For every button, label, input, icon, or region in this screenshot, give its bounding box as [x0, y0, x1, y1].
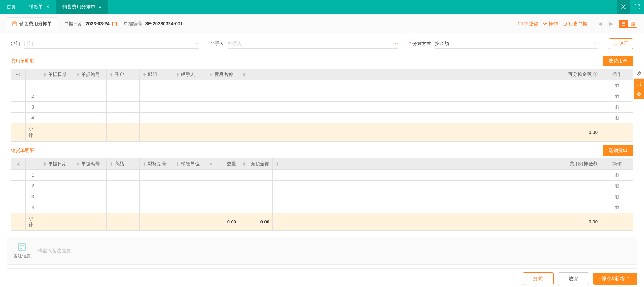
tab-sales-order[interactable]: 销货单 ✕ [22, 0, 56, 14]
config-header[interactable] [11, 158, 26, 170]
history-button[interactable]: 历史单据 [562, 21, 587, 27]
col-customer[interactable]: ▲▼客户 [107, 69, 140, 80]
close-icon[interactable]: ✕ [98, 4, 102, 9]
form-title: 销售费用分摊单 [19, 21, 52, 27]
col-notax[interactable]: ▲▼无税金额 [239, 158, 273, 170]
tab-home-label: 首页 [7, 4, 16, 10]
discard-button[interactable]: 放弃 [558, 272, 589, 285]
table-row[interactable]: 4🗑 [11, 113, 633, 123]
settings-button[interactable]: 设置 [609, 38, 633, 49]
col-allocatable[interactable]: ▲▼可分摊金额ⓘ [239, 69, 601, 80]
delete-icon[interactable]: 🗑 [615, 172, 619, 178]
delete-icon[interactable]: 🗑 [615, 104, 619, 110]
delete-icon[interactable]: 🗑 [615, 94, 619, 99]
svg-rect-5 [631, 22, 632, 23]
method-label: *分摊方式 [409, 40, 431, 47]
col-product[interactable]: ▲▼商品 [107, 158, 140, 170]
col-feename[interactable]: ▲▼费用名称 [206, 69, 239, 80]
sort-icon: ▲▼ [209, 162, 213, 166]
sort-icon: ▲▼ [242, 162, 246, 166]
subtotal-label: 小计 [26, 213, 40, 231]
gear-icon [16, 72, 21, 77]
fullscreen-button[interactable] [630, 0, 644, 14]
pick-sales-button[interactable]: 选销货单 [603, 145, 633, 156]
section-header: 销货单明细 选销货单 [11, 145, 633, 156]
table-row[interactable]: 3🗑 [11, 191, 633, 202]
sales-detail-section: 销货单明细 选销货单 ▲▼单据日期 ▲▼单据编号 ▲▼商品 ▲▼规格型号 ▲▼销… [0, 144, 644, 233]
expand-button[interactable] [634, 79, 644, 89]
sort-icon: ▲▼ [143, 73, 146, 76]
expand-icon [636, 81, 641, 86]
col-docno[interactable]: ▲▼单据编号 [73, 69, 107, 80]
handler-placeholder: 经手人 [228, 40, 242, 47]
document-icon [12, 21, 17, 26]
table-row[interactable]: 1🗑 [11, 170, 633, 181]
operations-button[interactable]: 操作 [543, 21, 558, 27]
col-handler[interactable]: ▲▼经手人 [173, 69, 206, 80]
tab-home[interactable]: 首页 [0, 0, 22, 14]
delete-icon[interactable]: 🗑 [615, 205, 619, 210]
col-unit[interactable]: ▲▼销售单位 [173, 158, 206, 170]
gear-icon [16, 162, 21, 166]
method-filter: *分摊方式 按金额 ﹀ [409, 39, 598, 49]
allocate-button[interactable]: 分摊 [523, 272, 554, 285]
table-row[interactable]: 1🗑 [11, 80, 633, 91]
col-dept[interactable]: ▲▼部门 [140, 69, 173, 80]
prev-button[interactable]: ◀ [597, 21, 604, 26]
table-row[interactable]: 2🗑 [11, 91, 633, 102]
shortcut-button[interactable]: 快捷键 [518, 21, 538, 27]
handler-select[interactable]: 经手人 ··· [228, 39, 399, 49]
date-value[interactable]: 2023-03-24 [86, 21, 110, 26]
col-alloc[interactable]: ▲▼费用分摊金额 [273, 158, 601, 170]
subtotal-qty: 0.00 [206, 213, 239, 231]
section-title: 费用单明细 [11, 58, 34, 64]
col-qty[interactable]: ▲▼数量 [206, 158, 239, 170]
save-new-button[interactable]: 保存&新增 ˄ [593, 273, 637, 285]
table-row[interactable]: 2🗑 [11, 181, 633, 191]
svg-rect-6 [633, 22, 635, 23]
svg-rect-8 [633, 24, 635, 26]
svg-point-10 [18, 74, 19, 75]
date-label: 单据日期 [64, 21, 83, 27]
paperclip-icon [636, 71, 641, 76]
col-date[interactable]: ▲▼单据日期 [40, 69, 73, 80]
help-icon[interactable]: ⓘ [593, 71, 598, 78]
separator: | [592, 21, 593, 26]
col-date[interactable]: ▲▼单据日期 [40, 158, 73, 170]
tab-allocation-label: 销售费用分摊单 [62, 4, 95, 10]
svg-rect-1 [112, 22, 116, 26]
form-title-tab: 销售费用分摊单 [7, 17, 57, 30]
svg-rect-2 [518, 22, 522, 25]
col-docno[interactable]: ▲▼单据编号 [73, 158, 107, 170]
docno-label: 单据编号 [124, 21, 142, 27]
pick-expense-button[interactable]: 选费用单 [603, 56, 633, 66]
delete-icon[interactable]: 🗑 [615, 194, 619, 199]
delete-icon[interactable]: 🗑 [615, 115, 619, 121]
docno-value: SF-20230324-001 [145, 21, 183, 26]
calendar-icon[interactable] [112, 21, 117, 26]
tab-allocation[interactable]: 销售费用分摊单 ✕ [56, 0, 108, 14]
side-toolbar [634, 69, 644, 99]
delete-icon[interactable]: 🗑 [615, 83, 619, 88]
section-header: 费用单明细 选费用单 [11, 56, 633, 66]
col-spec[interactable]: ▲▼规格型号 [140, 158, 173, 170]
subtotal-row: 小计 0.00 [11, 123, 633, 141]
method-select[interactable]: 按金额 ﹀ [435, 39, 598, 49]
view-list-button[interactable] [619, 20, 628, 28]
close-icon[interactable]: ✕ [46, 4, 49, 9]
view-grid-button[interactable] [628, 20, 637, 28]
remark-label: 备注信息 [13, 253, 31, 259]
remark-input[interactable]: 请输入备注信息 [38, 248, 631, 254]
sort-icon: ▲▼ [76, 73, 80, 76]
delete-icon[interactable]: 🗑 [615, 183, 619, 188]
close-all-button[interactable] [617, 0, 630, 14]
config-header[interactable] [11, 69, 26, 80]
attachment-button[interactable] [634, 69, 644, 79]
collapse-button[interactable] [634, 89, 644, 99]
table-row[interactable]: 4🗑 [11, 202, 633, 213]
dept-select[interactable]: 部门 ﹀ [24, 39, 199, 49]
table-row[interactable]: 3🗑 [11, 102, 633, 113]
sort-icon: ▲▼ [242, 73, 246, 76]
next-button[interactable]: ▶ [608, 21, 614, 26]
col-op: 操作 [601, 158, 633, 170]
